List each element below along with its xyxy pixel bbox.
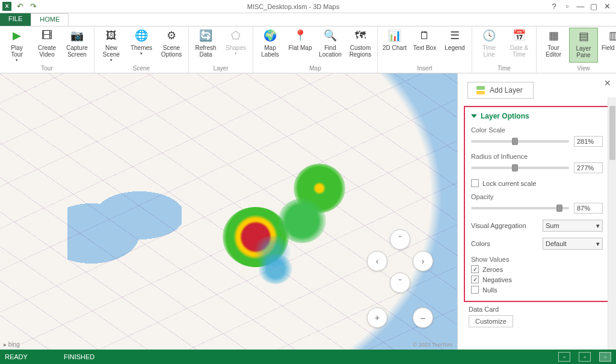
radius-value[interactable] bbox=[574, 162, 603, 173]
tour-editor-button[interactable]: ▦Tour Editor bbox=[539, 28, 568, 63]
nulls-label: Nulls bbox=[482, 286, 497, 294]
negatives-label: Negatives bbox=[482, 276, 512, 283]
status-view1-button[interactable]: ▫ bbox=[558, 352, 570, 362]
ribbon: ▶Play Tour▾ 🎞Create Video 📷Capture Scree… bbox=[0, 26, 616, 73]
field-list-button[interactable]: ▥Field List bbox=[599, 28, 616, 63]
redo-icon[interactable]: ↷ bbox=[28, 2, 38, 11]
help-icon[interactable]: ? bbox=[549, 2, 559, 11]
create-video-button[interactable]: 🎞Create Video bbox=[32, 28, 61, 63]
zoom-in-button[interactable]: + bbox=[367, 307, 387, 328]
map-canvas[interactable]: ▸ bing © 2023 TomTom ˆ ˇ ‹ › + – bbox=[0, 73, 457, 350]
custom-regions-icon: 🗺 bbox=[353, 29, 368, 43]
maximize-icon[interactable]: ▢ bbox=[588, 2, 599, 11]
radius-slider[interactable] bbox=[471, 167, 569, 169]
group-label-tour: Tour bbox=[2, 64, 91, 73]
ribbon-tabs: FILE HOME bbox=[0, 13, 616, 26]
close-icon[interactable]: ✕ bbox=[602, 2, 612, 11]
heatmap-spot bbox=[278, 199, 326, 243]
opacity-value[interactable] bbox=[574, 203, 603, 214]
find-location-button[interactable]: 🔍Find Location bbox=[316, 28, 345, 63]
video-icon: 🎞 bbox=[40, 29, 54, 43]
window-title: MISC_Desktop.xlsm - 3D Maps bbox=[38, 3, 549, 10]
show-values-label: Show Values bbox=[471, 256, 603, 263]
negatives-checkbox[interactable]: ✓ bbox=[471, 276, 479, 283]
opacity-slider[interactable] bbox=[471, 207, 569, 209]
tab-home[interactable]: HOME bbox=[31, 13, 69, 26]
group-label-insert: Insert bbox=[380, 64, 469, 73]
collapse-icon bbox=[471, 114, 477, 118]
colors-select[interactable]: Default▾ bbox=[543, 238, 603, 250]
nav-left-button[interactable]: ‹ bbox=[367, 251, 387, 271]
radius-label: Radius of Influence bbox=[471, 153, 603, 160]
refresh-data-button[interactable]: 🔄Refresh Data bbox=[191, 28, 220, 63]
themes-button[interactable]: 🌐Themes▾ bbox=[127, 28, 156, 63]
undo-icon[interactable]: ↶ bbox=[15, 2, 25, 11]
nav-down-button[interactable]: ˇ bbox=[390, 273, 410, 293]
flat-map-button[interactable]: 📍Flat Map bbox=[286, 28, 315, 63]
play-tour-button[interactable]: ▶Play Tour▾ bbox=[2, 28, 31, 64]
heatmap-spot bbox=[259, 254, 292, 284]
layer-options-header[interactable]: Layer Options bbox=[471, 112, 603, 120]
shapes-button: ⬠Shapes▾ bbox=[221, 28, 250, 63]
group-label-scene: Scene bbox=[97, 64, 186, 73]
panel-scrollbar[interactable] bbox=[608, 97, 616, 350]
status-bar: READY FINISHED ▫ ▫ ▫ bbox=[0, 350, 616, 364]
chart-icon: 📊 bbox=[387, 29, 402, 43]
map-copyright: © 2023 TomTom bbox=[413, 342, 453, 348]
refresh-icon: 🔄 bbox=[199, 29, 213, 43]
2d-chart-button[interactable]: 📊2D Chart bbox=[380, 28, 409, 63]
scene-options-icon: ⚙ bbox=[164, 29, 179, 43]
tour-editor-icon: ▦ bbox=[546, 29, 561, 43]
status-finished: FINISHED bbox=[64, 353, 94, 360]
layer-pane-button[interactable]: ▤Layer Pane bbox=[569, 28, 598, 63]
textbox-icon: 🗒 bbox=[417, 29, 432, 43]
zeroes-checkbox[interactable]: ✓ bbox=[471, 265, 479, 273]
status-view3-button[interactable]: ▫ bbox=[599, 352, 611, 362]
color-scale-slider[interactable] bbox=[471, 140, 569, 143]
ribbon-display-icon[interactable]: ▫ bbox=[562, 2, 573, 11]
chevron-down-icon: ▾ bbox=[596, 240, 600, 248]
add-layer-button[interactable]: Add Layer bbox=[467, 82, 534, 99]
find-location-icon: 🔍 bbox=[323, 29, 337, 43]
group-label-layer: Layer bbox=[191, 64, 250, 73]
tab-file[interactable]: FILE bbox=[0, 13, 31, 26]
visual-aggregation-select[interactable]: Sum▾ bbox=[543, 220, 603, 232]
legend-icon: ☰ bbox=[448, 29, 462, 43]
customize-button[interactable]: Customize bbox=[469, 315, 513, 327]
status-ready: READY bbox=[5, 353, 28, 360]
status-view2-button[interactable]: ▫ bbox=[579, 352, 591, 362]
layer-pane-icon: ▤ bbox=[576, 29, 591, 44]
map-labels-icon: 🌍 bbox=[263, 29, 277, 43]
add-layer-icon bbox=[476, 86, 485, 94]
colors-label: Colors bbox=[471, 240, 490, 247]
nulls-checkbox[interactable] bbox=[471, 286, 479, 294]
layer-pane: ✕ Add Layer Layer Options Color Scale Ra… bbox=[457, 73, 616, 350]
zoom-out-button[interactable]: – bbox=[413, 307, 433, 328]
custom-regions-button[interactable]: 🗺Custom Regions bbox=[346, 28, 375, 63]
minimize-icon[interactable]: — bbox=[575, 2, 586, 11]
close-pane-icon[interactable]: ✕ bbox=[604, 78, 611, 88]
map-labels-button[interactable]: 🌍Map Labels bbox=[256, 28, 285, 63]
nav-right-button[interactable]: › bbox=[413, 251, 433, 271]
datetime-icon: 📅 bbox=[512, 29, 526, 43]
excel-icon: X bbox=[2, 2, 11, 11]
timeline-icon: 🕓 bbox=[482, 29, 496, 43]
data-card-label: Data Card bbox=[469, 306, 610, 313]
chevron-down-icon: ▾ bbox=[596, 222, 600, 230]
capture-screen-button[interactable]: 📷Capture Screen bbox=[63, 28, 91, 63]
zeroes-label: Zeroes bbox=[482, 266, 503, 273]
zoom-controls: + – bbox=[367, 307, 433, 332]
lock-scale-checkbox[interactable] bbox=[471, 179, 479, 187]
legend-button[interactable]: ☰Legend bbox=[440, 28, 469, 63]
navigation-pad: ˆ ˇ ‹ › bbox=[367, 229, 433, 295]
layer-options-section: Layer Options Color Scale Radius of Infl… bbox=[464, 106, 610, 302]
text-box-button[interactable]: 🗒Text Box bbox=[410, 28, 439, 63]
nav-up-button[interactable]: ˆ bbox=[390, 229, 410, 250]
date-time-button: 📅Date & Time bbox=[505, 28, 534, 63]
visual-aggregation-label: Visual Aggregation bbox=[471, 222, 526, 229]
scene-options-button[interactable]: ⚙Scene Options bbox=[157, 28, 186, 63]
camera-icon: 📷 bbox=[70, 29, 84, 43]
group-label-view: View bbox=[539, 64, 616, 73]
color-scale-value[interactable] bbox=[574, 136, 603, 147]
new-scene-button[interactable]: 🖼New Scene▾ bbox=[97, 28, 126, 64]
